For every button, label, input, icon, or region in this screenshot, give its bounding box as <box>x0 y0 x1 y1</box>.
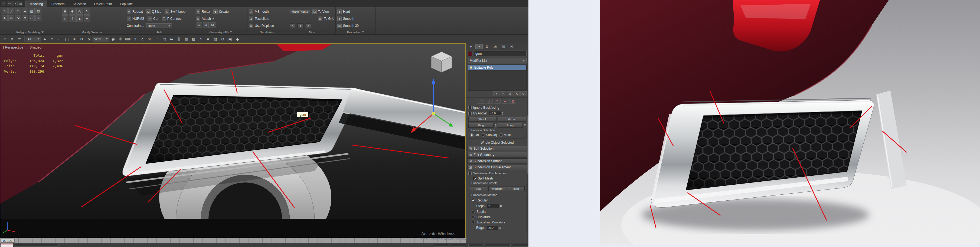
show-end-result-icon[interactable]: ≣ <box>500 91 506 96</box>
edge-spinner[interactable]: 20.0 <box>486 226 501 230</box>
polygon-mode-icon[interactable]: ▰ <box>22 8 28 14</box>
modify-tab-icon[interactable]: ◔ <box>476 44 483 49</box>
percent-snap-icon[interactable]: % <box>146 35 153 43</box>
smooth-30-button[interactable]: ◍Smooth 30 <box>337 22 374 29</box>
align-y-button[interactable]: Y <box>298 23 303 28</box>
preview-off-radio[interactable]: Off <box>470 133 479 137</box>
spinner-snap-icon[interactable]: ↕ <box>153 35 161 43</box>
angle-snap-icon[interactable]: ∠ <box>139 35 146 43</box>
display-tab-icon[interactable]: ▥ <box>500 44 507 49</box>
viewport-shading-label[interactable]: [ Shaded ] <box>27 45 43 49</box>
loop-up-icon[interactable]: ▲ <box>76 16 83 22</box>
scrollbar-thumb[interactable] <box>527 115 528 173</box>
stack-editable-poly[interactable]: Editable Poly <box>468 65 526 70</box>
loop-down-icon[interactable]: ▼ <box>84 16 90 22</box>
ring-icon[interactable]: ◎ <box>76 8 83 14</box>
edge-mode-icon[interactable]: ╱ <box>8 8 14 14</box>
spin-up-icon[interactable] <box>501 112 504 113</box>
selection-filter-dropdown[interactable]: All <box>26 37 41 42</box>
border-subobject-icon[interactable]: ◠ <box>494 99 501 104</box>
polygon-subobject-icon[interactable]: ▰ <box>502 99 508 104</box>
keyboard-override-icon[interactable]: ⌨ <box>124 35 131 43</box>
perspective-viewport[interactable]: [ Perspective ] [ Shaded ] Total gum Pol… <box>0 43 466 238</box>
tab-freeform[interactable]: Freeform <box>48 1 69 7</box>
rendered-frame-icon[interactable]: ▣ <box>227 35 234 43</box>
object-mode-icon[interactable]: ◻ <box>35 8 41 14</box>
panel-label[interactable]: Modify Selection <box>60 30 125 34</box>
edge-value[interactable]: 20.0 <box>486 226 499 230</box>
tab-populate[interactable]: Populate <box>116 1 137 7</box>
object-name-field[interactable] <box>474 51 527 56</box>
make-planar-button[interactable]: Make Planar <box>290 9 310 14</box>
pin-selection-icon[interactable]: ✜ <box>2 15 8 21</box>
by-angle-value[interactable]: 45.0 <box>488 111 501 115</box>
rollout-soft-selection[interactable]: Soft Selection <box>467 146 527 151</box>
maxscript-mini-listener[interactable] <box>0 244 13 247</box>
spin-up-icon[interactable] <box>524 124 526 125</box>
spin-up-icon[interactable] <box>499 226 501 228</box>
coordinate-y-field[interactable] <box>451 244 466 247</box>
tab-selection[interactable]: Selection <box>68 1 90 7</box>
time-tag-field[interactable] <box>513 244 528 247</box>
material-editor-icon[interactable]: ◍ <box>212 35 219 43</box>
spatial-curvature-radio[interactable] <box>472 221 475 224</box>
visibility-bulb-icon[interactable] <box>470 66 473 69</box>
panel-label[interactable]: Geometry (All) <box>194 30 247 34</box>
configure-modifier-icon[interactable]: ⚙ <box>520 91 527 96</box>
create-button[interactable]: ✚Create <box>213 10 229 14</box>
panel-label[interactable]: Align <box>288 30 336 34</box>
select-rotate-icon[interactable]: ↻ <box>78 35 85 43</box>
redo-icon[interactable]: ↷ <box>13 1 18 6</box>
constraints-dropdown[interactable]: None <box>146 23 172 28</box>
command-panel-scrollbar[interactable] <box>527 50 528 243</box>
spin-down-icon[interactable] <box>499 228 501 229</box>
spin-down-icon[interactable] <box>500 206 502 207</box>
selection-region-icon[interactable]: ▭ <box>56 35 63 43</box>
by-angle-spinner[interactable]: 45.0 <box>488 111 504 115</box>
track-bar[interactable]: 0 / 100 <box>0 238 466 243</box>
make-unique-icon[interactable]: ⊕ <box>507 91 513 96</box>
spin-down-icon[interactable] <box>495 125 497 127</box>
spin-down-icon[interactable] <box>501 114 504 115</box>
use-pivot-center-icon[interactable]: ◉ <box>110 35 117 43</box>
select-by-name-small-icon[interactable]: ≡ <box>22 15 28 21</box>
ring-up-icon[interactable]: ⇧ <box>62 16 68 22</box>
collapse-icon[interactable] <box>469 166 472 168</box>
align-x-button[interactable]: X <box>290 23 295 28</box>
motion-tab-icon[interactable]: ◎ <box>492 44 499 49</box>
app-menu-icon[interactable]: ≡ <box>1 1 6 6</box>
curvature-radio[interactable] <box>472 215 475 219</box>
loop-button[interactable]: Loop <box>498 123 523 128</box>
named-sets-icon[interactable]: ▤ <box>161 35 168 43</box>
curve-editor-icon[interactable]: ∿ <box>197 35 204 43</box>
slice-plane-icon[interactable]: ⊠ <box>210 22 215 28</box>
hard-button[interactable]: ■Hard <box>337 8 374 15</box>
split-mesh-checkbox[interactable] <box>473 177 476 180</box>
object-color-swatch[interactable] <box>468 51 472 56</box>
to-view-button[interactable]: ⊡To View <box>312 10 329 14</box>
ignore-backfacing-checkbox[interactable] <box>468 106 472 109</box>
select-move-icon[interactable]: ✜ <box>71 35 78 43</box>
panel-label[interactable]: Subdivision <box>247 30 288 34</box>
edge-subobject-icon[interactable]: ╱ <box>486 99 493 104</box>
cut-button[interactable]: ✂Cut <box>148 16 158 21</box>
modifier-list-dropdown[interactable]: Modifier List <box>468 58 527 63</box>
selection-filter-icon[interactable]: ∇ <box>35 15 41 21</box>
unlink-icon[interactable]: ≠ <box>9 35 16 43</box>
create-tab-icon[interactable]: ✱ <box>467 44 474 49</box>
vertex-mode-icon[interactable]: ∴ <box>2 8 8 14</box>
rollout-subdivision-displacement[interactable]: Subdivision Displacement <box>467 165 527 170</box>
expand-selection-icon[interactable]: ⇲ <box>15 15 21 21</box>
viewport-canvas[interactable] <box>0 44 465 238</box>
preset-high-button[interactable]: High <box>507 186 525 191</box>
render-setup-icon[interactable]: ⚙ <box>219 35 226 43</box>
region-select-icon[interactable]: ▭ <box>29 15 35 21</box>
ribbon-toggle-icon[interactable]: ▩ <box>190 35 197 43</box>
expand-icon[interactable] <box>469 148 472 150</box>
subdivision-displacement-checkbox[interactable] <box>468 172 472 175</box>
viewcube[interactable] <box>431 52 452 72</box>
coordinate-x-field[interactable] <box>434 244 449 247</box>
align-tool-icon[interactable]: ∥ <box>175 35 183 43</box>
regular-radio[interactable] <box>472 199 475 202</box>
select-object-icon[interactable]: ► <box>41 35 48 43</box>
